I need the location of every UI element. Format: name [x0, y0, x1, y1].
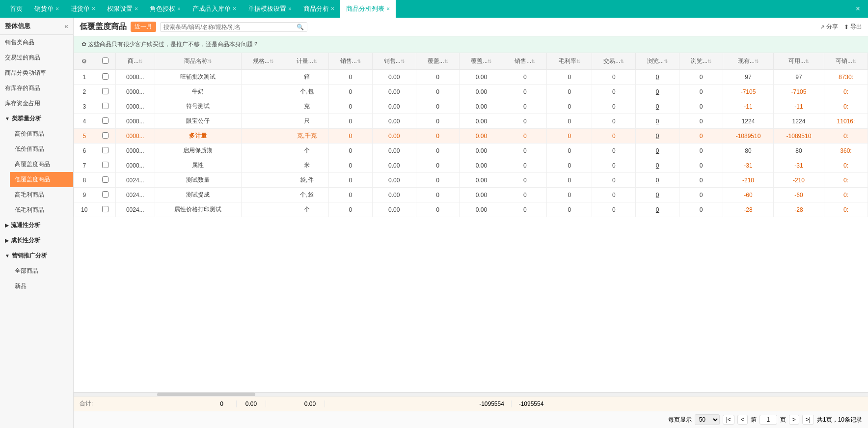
prev-page-button[interactable]: < — [737, 415, 748, 425]
col-cover1[interactable]: 覆盖...⇅ — [416, 53, 460, 70]
sidebar-item-high-value[interactable]: 高价值商品 — [10, 126, 73, 142]
nav-close-permission[interactable]: × — [135, 5, 138, 12]
nav-close-analysis-list[interactable]: × — [386, 5, 390, 12]
nav-sales[interactable]: 销货单 × — [28, 0, 65, 18]
row-browse1[interactable]: 0 — [636, 158, 679, 173]
row-browse1[interactable]: 0 — [636, 85, 679, 99]
sidebar-item-traded-goods[interactable]: 交易过的商品 — [0, 50, 73, 65]
nav-close-role[interactable]: × — [177, 5, 181, 12]
row-checkbox[interactable] — [95, 158, 115, 173]
select-all-checkbox[interactable] — [102, 57, 108, 64]
col-trade[interactable]: 交易...⇅ — [592, 53, 636, 70]
row-browse1[interactable]: 0 — [636, 202, 679, 217]
col-available[interactable]: 可用...⇅ — [773, 53, 824, 70]
col-sales-qty[interactable]: 销售...⇅ — [328, 53, 372, 70]
chevron-right-icon: ▶ — [5, 223, 9, 228]
nav-close-product-inbound[interactable]: × — [233, 5, 236, 12]
nav-home[interactable]: 首页 — [4, 0, 28, 18]
row-browse1[interactable]: 0 — [636, 173, 679, 188]
row-checkbox[interactable] — [95, 202, 115, 217]
row-checkbox[interactable] — [95, 70, 115, 85]
sidebar-item-low-value[interactable]: 低价值商品 — [10, 142, 73, 157]
sidebar-item-all-goods[interactable]: 全部商品 — [10, 263, 73, 279]
col-code[interactable]: 商...⇅ — [115, 53, 155, 70]
sidebar-item-category-rate[interactable]: 商品分类动销率 — [0, 65, 73, 81]
sidebar-group-flow[interactable]: ▶ 流通性分析 — [0, 218, 73, 233]
row-checkbox-input[interactable] — [102, 162, 108, 168]
row-browse1[interactable]: 0 — [636, 70, 679, 85]
col-settings[interactable]: ⚙ — [74, 53, 95, 70]
sidebar-group-growth[interactable]: ▶ 成长性分析 — [0, 233, 73, 248]
row-checkbox-input[interactable] — [102, 176, 108, 183]
row-checkbox[interactable] — [95, 188, 115, 202]
col-saleable[interactable]: 可销...⇅ — [824, 53, 868, 70]
row-checkbox[interactable] — [95, 129, 115, 143]
row-checkbox[interactable] — [95, 173, 115, 188]
col-cover2[interactable]: 覆盖...⇅ — [460, 53, 503, 70]
row-checkbox-input[interactable] — [102, 206, 108, 212]
col-sales-amt[interactable]: 销售...⇅ — [372, 53, 416, 70]
next-page-button[interactable]: > — [789, 415, 799, 425]
page-number-input[interactable] — [760, 415, 777, 425]
sidebar-group-marketing[interactable]: ▼ 营销推广分析 — [0, 248, 73, 263]
col-unit[interactable]: 计量...⇅ — [285, 53, 328, 70]
col-current[interactable]: 现有...⇅ — [723, 53, 774, 70]
col-name[interactable]: 商品名称⇅ — [155, 53, 241, 70]
window-close-button[interactable]: × — [852, 4, 864, 13]
nav-role[interactable]: 角色授权 × — [144, 0, 187, 18]
row-checkbox-input[interactable] — [102, 147, 108, 153]
nav-template[interactable]: 单据模板设置 × — [242, 0, 298, 18]
sidebar-item-low-profit[interactable]: 低毛利商品 — [10, 202, 73, 218]
row-checkbox-input[interactable] — [102, 191, 108, 198]
nav-close-template[interactable]: × — [288, 5, 292, 12]
period-button[interactable]: 近一月 — [131, 22, 156, 32]
export-button[interactable]: ⬆ 导出 — [844, 23, 862, 31]
horizontal-scrollbar[interactable] — [74, 392, 868, 396]
row-sales3: 0 — [503, 99, 547, 114]
sidebar-item-in-stock[interactable]: 有库存的商品 — [0, 81, 73, 96]
row-checkbox[interactable] — [95, 114, 115, 129]
nav-permission[interactable]: 权限设置 × — [101, 0, 144, 18]
sidebar-group-cluster[interactable]: ▼ 类群量分析 — [0, 111, 73, 126]
row-browse1[interactable]: 0 — [636, 129, 679, 143]
col-sales3[interactable]: 销售...⇅ — [503, 53, 547, 70]
row-checkbox-input[interactable] — [102, 73, 108, 80]
sidebar-item-high-profit[interactable]: 高毛利商品 — [10, 187, 73, 202]
nav-analysis[interactable]: 商品分析 × — [298, 0, 340, 18]
share-button[interactable]: ↗ 分享 — [820, 23, 838, 31]
sidebar-item-sales-goods[interactable]: 销售类商品 — [0, 35, 73, 50]
row-browse1[interactable]: 0 — [636, 188, 679, 202]
row-browse1[interactable]: 0 — [636, 99, 679, 114]
last-page-button[interactable]: >| — [802, 415, 814, 425]
row-checkbox-input[interactable] — [102, 88, 108, 94]
nav-close-purchase[interactable]: × — [92, 5, 95, 12]
sidebar-item-new-goods[interactable]: 新品 — [10, 279, 73, 294]
row-checkbox[interactable] — [95, 143, 115, 158]
row-available: 1224 — [773, 114, 824, 129]
row-browse1[interactable]: 0 — [636, 114, 679, 129]
col-browse2[interactable]: 浏览...⇅ — [679, 53, 723, 70]
sidebar-item-high-coverage[interactable]: 高覆盖度商品 — [10, 157, 73, 172]
sidebar-item-low-coverage[interactable]: 低覆盖度商品 — [10, 172, 73, 187]
nav-close-analysis[interactable]: × — [331, 5, 334, 12]
nav-close-sales[interactable]: × — [55, 5, 59, 12]
row-checkbox-input[interactable] — [102, 117, 108, 124]
nav-purchase[interactable]: 进货单 × — [65, 0, 101, 18]
col-spec[interactable]: 规格...⇅ — [242, 53, 285, 70]
search-input[interactable] — [163, 24, 297, 30]
row-checkbox[interactable] — [95, 85, 115, 99]
page-size-select[interactable]: 50 100 200 — [695, 414, 720, 425]
first-page-button[interactable]: |< — [723, 415, 734, 425]
col-gross-rate[interactable]: 毛利率⇅ — [547, 53, 592, 70]
col-browse1[interactable]: 浏览...⇅ — [636, 53, 679, 70]
row-checkbox-input[interactable] — [102, 103, 108, 109]
row-browse1[interactable]: 0 — [636, 143, 679, 158]
nav-analysis-list[interactable]: 商品分析列表 × — [340, 0, 396, 18]
search-icon[interactable]: 🔍 — [297, 24, 304, 30]
nav-product-inbound[interactable]: 产成品入库单 × — [187, 0, 242, 18]
row-checkbox[interactable] — [95, 99, 115, 114]
sidebar-collapse-button[interactable]: « — [64, 22, 68, 30]
row-checkbox-input[interactable] — [102, 132, 108, 139]
row-sales-qty: 0 — [328, 202, 372, 217]
sidebar-item-capital[interactable]: 库存资金占用 — [0, 96, 73, 111]
